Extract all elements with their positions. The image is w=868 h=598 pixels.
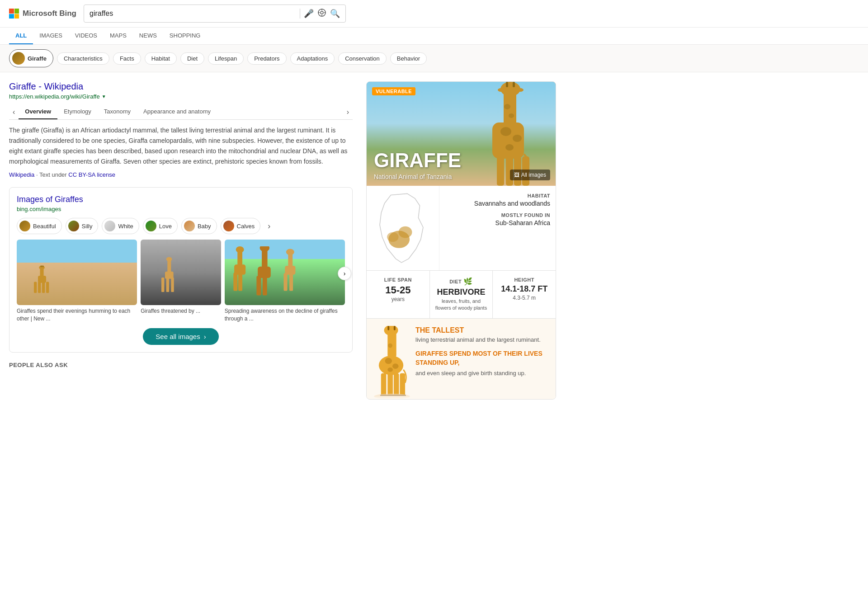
chip-silly[interactable]: Silly <box>66 218 99 234</box>
topic-chip-diet[interactable]: Diet <box>180 52 204 65</box>
topic-chip-characteristics[interactable]: Characteristics <box>57 52 109 65</box>
see-all-images-btn[interactable]: See all images › <box>143 328 218 345</box>
svg-rect-60 <box>381 373 387 396</box>
logo[interactable]: Microsoft Bing <box>9 9 76 19</box>
chips-next-btn[interactable]: › <box>264 220 274 233</box>
svg-point-46 <box>513 135 522 142</box>
topic-chip-giraffe-label: Giraffe <box>28 55 47 62</box>
svg-rect-40 <box>513 82 515 87</box>
wiki-license-text: · Text under <box>36 171 68 178</box>
svg-point-56 <box>379 356 403 375</box>
fun-fact-giraffe-area <box>367 319 412 399</box>
image-item-1[interactable]: Giraffes spend their evenings humming to… <box>17 240 137 323</box>
wiki-tab-taxonomy[interactable]: Taxonomy <box>98 104 137 119</box>
wiki-next-btn[interactable]: › <box>343 105 353 119</box>
nav-tab-news[interactable]: NEWS <box>133 28 163 44</box>
topic-chip-predators-label: Predators <box>254 55 279 62</box>
svg-rect-10 <box>42 282 45 293</box>
svg-point-54 <box>387 232 399 242</box>
nav-tab-videos[interactable]: VIDEOS <box>69 28 104 44</box>
image-item-2[interactable]: Giraffes threatened by ... <box>141 240 221 315</box>
nav-tabs: ALL IMAGES VIDEOS MAPS NEWS SHOPPING <box>0 28 868 45</box>
topic-chip-habitat-label: Habitat <box>151 55 170 62</box>
topic-chip-conservation-label: Conservation <box>345 55 380 62</box>
svg-rect-34 <box>289 273 293 291</box>
fun-fact-giraffe-svg <box>374 326 410 396</box>
leaf-icon: 🌿 <box>463 277 473 286</box>
wiki-tab-overview[interactable]: Overview <box>19 104 57 119</box>
tallest-body: living terrestrial animal and the larges… <box>415 335 548 344</box>
chip-love-avatar <box>146 221 156 231</box>
svg-rect-39 <box>506 82 508 87</box>
wiki-prev-btn[interactable]: ‹ <box>9 105 19 119</box>
habitat-map-section: HABITAT Savannahs and woodlands MOSTLY F… <box>367 186 556 271</box>
svg-rect-29 <box>263 276 267 296</box>
result-url: https://en.wikipedia.org/wiki/Giraffe ▼ <box>9 93 353 100</box>
nav-tab-maps[interactable]: MAPS <box>104 28 133 44</box>
chip-calves-label: Calves <box>237 223 255 230</box>
images-title[interactable]: Images of Giraffes <box>17 195 345 204</box>
svg-point-50 <box>517 88 524 92</box>
chip-white-avatar <box>104 221 115 231</box>
svg-point-68 <box>385 358 392 364</box>
visual-search-icon[interactable] <box>317 8 326 19</box>
height-label: HEIGHT <box>498 277 550 283</box>
height-cell: HEIGHT 14.1-18.7 FT 4.3-5.7 m <box>493 271 556 318</box>
diet-detail: leaves, fruits, and flowers of woody pla… <box>435 298 487 312</box>
search-input[interactable] <box>90 9 296 18</box>
svg-point-53 <box>399 226 412 238</box>
svg-point-25 <box>236 246 244 253</box>
url-dropdown-icon[interactable]: ▼ <box>102 94 106 99</box>
topic-chip-giraffe[interactable]: Giraffe <box>9 49 53 67</box>
hero-image-area: VULNERABLE GIRAFFE National Animal of Ta… <box>367 82 556 186</box>
svg-rect-24 <box>238 273 242 291</box>
giraffe-image-1-svg <box>26 255 66 305</box>
svg-rect-62 <box>394 373 399 396</box>
wiki-tabs: ‹ Overview Etymology Taxonomy Appearance… <box>9 104 353 120</box>
topic-chip-habitat[interactable]: Habitat <box>145 52 177 65</box>
image-item-3[interactable]: Spreading awareness on the decline of gi… <box>225 240 345 323</box>
fun-fact-section: THE TALLEST living terrestrial animal an… <box>367 319 556 399</box>
topic-chip-predators[interactable]: Predators <box>247 52 286 65</box>
chip-love[interactable]: Love <box>143 218 178 234</box>
wiki-tab-appearance[interactable]: Appearance and anatomy <box>137 104 217 119</box>
nav-tab-images[interactable]: IMAGES <box>33 28 69 44</box>
topic-chip-conservation[interactable]: Conservation <box>338 52 387 65</box>
chip-baby-avatar <box>184 221 195 231</box>
svg-rect-63 <box>400 373 405 396</box>
wikipedia-link[interactable]: Giraffe - Wikipedia <box>9 81 83 91</box>
life-span-label: LIFE SPAN <box>372 277 424 283</box>
cc-license-link[interactable]: CC BY-SA license <box>68 171 115 178</box>
result-title: Giraffe - Wikipedia <box>9 81 353 92</box>
mic-icon[interactable]: 🎤 <box>304 9 314 19</box>
chip-beautiful[interactable]: Beautiful <box>17 218 62 234</box>
image-grid-next-btn[interactable]: › <box>338 267 351 280</box>
all-images-btn[interactable]: 🖼 All images <box>510 170 550 180</box>
topic-chip-facts[interactable]: Facts <box>113 52 141 65</box>
topic-chip-adaptations[interactable]: Adaptations <box>290 52 335 65</box>
nav-tab-shopping[interactable]: SHOPPING <box>163 28 207 44</box>
height-value: 14.1-18.7 FT <box>498 284 550 294</box>
search-button-icon[interactable]: 🔍 <box>330 9 340 19</box>
chip-calves[interactable]: Calves <box>221 218 261 234</box>
svg-rect-41 <box>497 156 504 186</box>
wiki-tab-etymology[interactable]: Etymology <box>57 104 98 119</box>
topic-chip-lifespan[interactable]: Lifespan <box>208 52 244 65</box>
paa-title: PEOPLE ALSO ASK <box>9 362 353 368</box>
svg-point-51 <box>498 88 504 92</box>
chip-white[interactable]: White <box>102 218 139 234</box>
chip-baby[interactable]: Baby <box>181 218 217 234</box>
topic-chip-behavior[interactable]: Behavior <box>390 52 427 65</box>
header: Microsoft Bing 🎤 🔍 <box>0 0 868 28</box>
wikipedia-url[interactable]: https://en.wikipedia.org/wiki/Giraffe <box>9 93 100 100</box>
nav-tab-all[interactable]: ALL <box>9 28 33 44</box>
giraffe-image-3-svg <box>229 246 311 305</box>
fun-fact-text-area: THE TALLEST living terrestrial animal an… <box>412 319 556 399</box>
svg-rect-11 <box>46 282 49 293</box>
topic-bar: Giraffe Characteristics Facts Habitat Di… <box>0 45 868 72</box>
chip-calves-avatar <box>223 221 234 231</box>
wikipedia-source-link[interactable]: Wikipedia <box>9 171 34 178</box>
svg-rect-58 <box>387 326 389 330</box>
hero-subtitle: National Animal of Tanzania <box>374 173 452 180</box>
image-placeholder-1 <box>17 240 137 305</box>
